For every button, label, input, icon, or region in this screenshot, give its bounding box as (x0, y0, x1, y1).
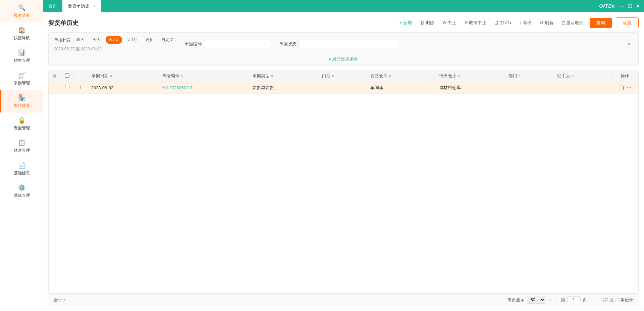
doc-number-label: 单据编号 (184, 41, 202, 47)
th-req-warehouse[interactable]: 要货仓库 (366, 70, 435, 82)
select-all-checkbox[interactable] (65, 73, 69, 78)
page-size-label: 每页显示 (507, 297, 525, 303)
page-size-select[interactable]: 50 10 20 100 (527, 296, 545, 304)
date-filter-label: 单据日期 (54, 37, 71, 43)
sidebar-item-purchase-mgmt[interactable]: 🛒 采购管理 (0, 68, 43, 90)
pagination: 每页显示 50 10 20 100 « ‹ 第 页 › » 共1页，1条记录 (507, 296, 633, 304)
sidebar-item-search-menu[interactable]: 🔍 搜索菜单 (0, 0, 43, 23)
td-checkbox[interactable] (61, 82, 74, 94)
th-handler[interactable]: 经手人 (553, 70, 611, 82)
table-checkbox-all-th[interactable] (61, 70, 74, 82)
table-settings-icon[interactable]: ⚙ (49, 70, 61, 82)
settings-button[interactable]: 设置 (616, 17, 639, 28)
table-footer: 合计： 每页显示 50 10 20 100 « ‹ 第 页 › » 共1页，1条… (48, 294, 639, 306)
th-pending-warehouse[interactable]: 待出仓库 (435, 70, 504, 82)
view-icon[interactable]: 📋 (619, 85, 625, 90)
page-header: 要货单历史 + 新增 🗑 删除 ⊘ 中止 ⊘ 取消中止 🖨 打印 ▾ (48, 17, 639, 28)
doc-status-filter: 单据状态 (279, 40, 633, 48)
expand-label: 展开更多条件 (332, 56, 358, 62)
th-handler-label: 经手人 (557, 73, 607, 79)
sidebar-item-operations-mgmt[interactable]: 📋 经营管理 (0, 135, 43, 158)
refresh-button[interactable]: ↺ 刷新 (538, 18, 555, 27)
close-button[interactable]: ✕ (636, 3, 640, 9)
sidebar-item-label: 系统管理 (14, 193, 30, 198)
tab-home[interactable]: 首页 (43, 0, 62, 12)
doc-number-input[interactable] (204, 40, 271, 48)
stop-button[interactable]: ⊘ 中止 (440, 18, 458, 27)
new-button[interactable]: + 新增 (397, 18, 414, 27)
finance-icon: 🔒 (18, 117, 25, 124)
td-doc-type: 要货单要货 (248, 82, 318, 94)
date-btn-custom[interactable]: 自定义 (158, 36, 176, 44)
sidebar-item-quick-nav[interactable]: 🏠 快捷导航 (0, 23, 43, 45)
home-icon: 🏠 (18, 27, 25, 34)
maximize-button[interactable]: □ (628, 3, 632, 9)
minimize-button[interactable]: — (619, 3, 624, 9)
td-settings (49, 82, 61, 94)
operations-icon: 📋 (18, 139, 25, 146)
tab-close-icon[interactable]: ✕ (93, 4, 96, 8)
tabbar-right: OfTEn — □ ✕ (599, 3, 644, 9)
sidebar-item-sales-mgmt[interactable]: 📊 销售管理 (0, 45, 43, 68)
th-doc-type[interactable]: 单据类型 (248, 70, 318, 82)
prev-page-button[interactable]: ‹ (555, 297, 559, 303)
doc-number-filter: 单据编号 (184, 40, 271, 48)
row-checkbox[interactable] (65, 85, 69, 89)
th-doc-date[interactable]: 单据日期 (87, 70, 158, 82)
show-detail-button[interactable]: ☐ □ 显示明细 (559, 18, 586, 27)
date-options: 昨天 今天 近7天 近1月 更多 自定义 (73, 36, 176, 44)
th-num (74, 70, 87, 82)
date-range-text: 2023-05-27 至 2023-06-02 (54, 46, 101, 52)
brand-label: OfTEn (599, 3, 615, 9)
page-label-2: 页 (583, 297, 587, 303)
td-operation: 📋 ⋯ (611, 82, 638, 94)
sidebar-item-label: 资金管理 (14, 125, 30, 131)
sys-mgmt-icon: ⚙️ (18, 184, 25, 191)
td-doc-number[interactable]: YH-20230602-0 (158, 82, 248, 94)
print-button[interactable]: 🖨 打印 ▾ (492, 18, 514, 27)
sidebar-item-finance-mgmt[interactable]: 🔒 资金管理 (0, 113, 43, 135)
table-container: ⚙ 单据日期 单据编号 单据类型 (48, 70, 639, 294)
sidebar-item-inventory[interactable]: 🏪 库存核算 (0, 90, 43, 113)
date-btn-last1month[interactable]: 近1月 (124, 36, 141, 44)
date-btn-today[interactable]: 今天 (90, 36, 104, 44)
page-num-input[interactable] (567, 296, 581, 303)
doc-status-select[interactable] (299, 40, 399, 48)
stop-button-label: ⊘ 中止 (442, 20, 456, 26)
date-btn-last7days[interactable]: 近7天 (106, 36, 122, 44)
date-btn-yesterday[interactable]: 昨天 (73, 36, 88, 44)
next-page-button[interactable]: › (589, 297, 593, 303)
table-header-row: ⚙ 单据日期 单据编号 单据类型 (49, 70, 638, 82)
td-pending-warehouse: 原材料仓库 (435, 82, 504, 94)
doc-number-link[interactable]: YH-20230602-0 (162, 85, 193, 90)
first-page-button[interactable]: « (547, 297, 552, 303)
last-page-button[interactable]: » (595, 297, 600, 303)
expand-more-button[interactable]: ▾ 展开更多条件 (329, 56, 358, 62)
cancel-stop-button[interactable]: ⊘ 取消中止 (462, 18, 489, 27)
td-num: 1 (74, 82, 87, 94)
refresh-button-label: ↺ 刷新 (540, 20, 553, 26)
main-area: 首页 要货单历史 ✕ OfTEn — □ ✕ 要货单历史 + 新增 🗑 删除 (43, 0, 644, 311)
tab-requisition-history[interactable]: 要货单历史 ✕ (62, 0, 101, 12)
sidebar-item-basic-info[interactable]: 📄 基础信息 (0, 158, 43, 180)
delete-button-label: 🗑 删除 (420, 20, 434, 26)
th-store[interactable]: 门店 (318, 70, 366, 82)
delete-button[interactable]: 🗑 删除 (418, 18, 436, 27)
date-btn-more[interactable]: 更多 (142, 36, 156, 44)
th-doc-number-label: 单据编号 (162, 73, 244, 79)
th-department[interactable]: 部门 (504, 70, 553, 82)
more-icon[interactable]: ⋯ (627, 85, 631, 90)
show-detail-button-label: □ 显示明细 (562, 20, 584, 26)
query-button[interactable]: 查询 (590, 18, 612, 28)
th-doc-number[interactable]: 单据编号 (158, 70, 248, 82)
sidebar-item-sys-mgmt[interactable]: ⚙️ 系统管理 (0, 180, 43, 203)
sales-icon: 📊 (18, 49, 25, 56)
td-handler (553, 82, 611, 94)
export-button[interactable]: ↑ 导出 (518, 18, 534, 27)
th-operation: 操作 (611, 70, 638, 82)
data-table: ⚙ 单据日期 单据编号 单据类型 (49, 70, 638, 94)
tab-home-label: 首页 (48, 3, 57, 9)
op-icons: 📋 ⋯ (615, 85, 634, 90)
th-store-label: 门店 (322, 73, 362, 79)
doc-status-select-wrapper (299, 40, 633, 48)
